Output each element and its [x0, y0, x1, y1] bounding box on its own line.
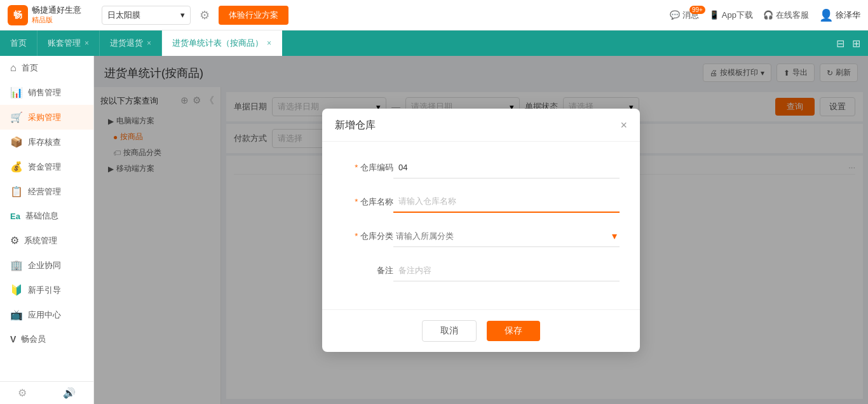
top-right-area: 💬 消息 99+ 📱 App下载 🎧 在线客服 👤 徐泽华	[670, 8, 860, 22]
tab-expand-icon[interactable]: ⊞	[850, 36, 863, 51]
sidebar-basic-info-label: 基础信息	[25, 210, 58, 222]
tab-purchase-stats-label: 进货单统计表（按商品）	[172, 37, 263, 49]
sidebar-apps-label: 应用中心	[28, 309, 61, 321]
tab-account-close-icon[interactable]: ×	[85, 39, 89, 48]
sidebar-settings-icon[interactable]: ⚙	[18, 387, 27, 399]
sidebar-item-system[interactable]: ⚙ 系统管理	[0, 228, 93, 253]
sidebar-item-enterprise[interactable]: 🏢 企业协同	[0, 253, 93, 278]
cancel-button[interactable]: 取消	[422, 320, 477, 342]
warehouse-name-label: 仓库名称	[342, 196, 393, 208]
sidebar-finance-label: 资金管理	[28, 161, 61, 173]
inventory-icon: 📦	[10, 136, 23, 148]
online-service[interactable]: 🎧 在线客服	[763, 10, 809, 21]
sidebar-item-inventory[interactable]: 📦 库存核查	[0, 130, 93, 154]
warehouse-name-input[interactable]	[393, 191, 620, 213]
warehouse-category-input[interactable]	[396, 231, 612, 241]
tab-purchase-return-label: 进货退货	[110, 37, 143, 49]
app-label: App下载	[722, 10, 753, 21]
warehouse-code-input[interactable]	[393, 157, 620, 178]
sidebar-guide-label: 新手引导	[28, 285, 61, 296]
sidebar-audio-icon[interactable]: 🔊	[63, 387, 76, 399]
tab-purchase-return-close-icon[interactable]: ×	[147, 39, 151, 48]
modal-body: 仓库编码 仓库名称 仓库分类 ▾	[322, 142, 640, 309]
sidebar-vip-label: 畅会员	[21, 333, 46, 345]
logo-icon: 畅	[8, 5, 28, 25]
app-icon: 📱	[709, 10, 719, 20]
sales-icon: 📊	[10, 86, 23, 98]
main-layout: ⌂ 首页 📊 销售管理 🛒 采购管理 📦 库存核查 💰 资金管理 📋 经营管理 …	[0, 56, 868, 404]
tab-bar: 首页 账套管理 × 进货退货 × 进货单统计表（按商品） × ⊟ ⊞	[0, 30, 868, 56]
avatar-icon: 👤	[819, 8, 833, 22]
modal-footer: 取消 保存	[322, 309, 640, 352]
remark-input[interactable]	[393, 260, 620, 281]
modal-close-button[interactable]: ×	[620, 119, 627, 132]
home-icon: ⌂	[10, 62, 17, 74]
brand-name: 畅捷通好生意	[32, 5, 81, 16]
sidebar-item-sales[interactable]: 📊 销售管理	[0, 80, 93, 105]
try-industry-button[interactable]: 体验行业方案	[219, 6, 288, 25]
tab-home-label: 首页	[10, 37, 27, 49]
system-icon: ⚙	[10, 234, 19, 246]
user-area[interactable]: 👤 徐泽华	[819, 8, 860, 22]
dropdown-arrow-icon: ▾	[180, 10, 185, 20]
message-notif[interactable]: 💬 消息 99+	[670, 10, 699, 21]
warehouse-category-select[interactable]: ▾	[393, 226, 620, 247]
basic-info-icon: Ea	[10, 212, 20, 221]
sidebar-item-purchase[interactable]: 🛒 采购管理	[0, 105, 93, 130]
sidebar-system-label: 系统管理	[24, 235, 57, 246]
tab-account[interactable]: 账套管理 ×	[37, 30, 100, 56]
headset-icon: 🎧	[763, 10, 773, 20]
sidebar-purchase-label: 采购管理	[28, 112, 61, 123]
sidebar-item-apps[interactable]: 📺 应用中心	[0, 302, 93, 327]
sidebar-item-finance[interactable]: 💰 资金管理	[0, 154, 93, 179]
top-bar: 畅 畅捷通好生意 精品版 日太阳膜 ▾ ⚙ 体验行业方案 💬 消息 99+ 📱 …	[0, 0, 868, 30]
sidebar-home-label: 首页	[22, 62, 38, 74]
enterprise-icon: 🏢	[10, 259, 23, 271]
app-download[interactable]: 📱 App下载	[709, 10, 753, 21]
warehouse-category-label: 仓库分类	[342, 231, 393, 242]
sidebar-enterprise-label: 企业协同	[28, 260, 61, 271]
remark-label: 备注	[342, 265, 393, 276]
apps-icon: 📺	[10, 309, 23, 321]
tab-account-label: 账套管理	[48, 37, 81, 49]
management-icon: 📋	[10, 185, 23, 198]
form-row-name: 仓库名称	[342, 191, 620, 213]
sidebar-sales-label: 销售管理	[28, 87, 61, 98]
form-row-code: 仓库编码	[342, 157, 620, 178]
add-warehouse-modal: 新增仓库 × 仓库编码 仓库名称 仓库分类	[322, 109, 640, 352]
edition-label: 精品版	[32, 15, 81, 25]
tab-restore-icon[interactable]: ⊟	[834, 36, 847, 51]
message-icon: 💬	[670, 10, 680, 20]
tab-home[interactable]: 首页	[0, 30, 37, 56]
logo-area: 畅 畅捷通好生意 精品版	[8, 5, 102, 25]
modal-header: 新增仓库 ×	[322, 109, 640, 142]
sidebar-item-vip[interactable]: V 畅会员	[0, 327, 93, 351]
tab-purchase-stats-close-icon[interactable]: ×	[267, 39, 271, 48]
form-row-category: 仓库分类 ▾	[342, 226, 620, 247]
sidebar-item-home[interactable]: ⌂ 首页	[0, 56, 93, 80]
sidebar-item-management[interactable]: 📋 经营管理	[0, 179, 93, 204]
tab-purchase-return[interactable]: 进货退货 ×	[100, 30, 162, 56]
tab-actions: ⊟ ⊞	[829, 36, 868, 51]
finance-icon: 💰	[10, 161, 23, 173]
service-label: 在线客服	[776, 10, 809, 21]
form-row-remark: 备注	[342, 260, 620, 281]
sidebar-item-basic-info[interactable]: Ea 基础信息	[0, 204, 93, 228]
modal-overlay[interactable]: 新增仓库 × 仓库编码 仓库名称 仓库分类	[94, 56, 868, 404]
sidebar-inventory-label: 库存核查	[28, 137, 61, 148]
tab-purchase-stats[interactable]: 进货单统计表（按商品） ×	[162, 30, 282, 56]
sidebar-management-label: 经营管理	[28, 186, 61, 198]
gear-icon[interactable]: ⚙	[200, 8, 210, 22]
sidebar-item-guide[interactable]: 🔰 新手引导	[0, 278, 93, 302]
user-name: 徐泽华	[836, 10, 860, 21]
notif-badge: 99+	[689, 6, 705, 14]
search-select[interactable]: 日太阳膜 ▾	[102, 6, 191, 25]
modal-title: 新增仓库	[335, 119, 376, 132]
save-button[interactable]: 保存	[487, 321, 540, 341]
vip-icon: V	[10, 334, 16, 344]
sidebar: ⌂ 首页 📊 销售管理 🛒 采购管理 📦 库存核查 💰 资金管理 📋 经营管理 …	[0, 56, 94, 404]
guide-icon: 🔰	[10, 284, 23, 296]
purchase-icon: 🛒	[10, 111, 23, 123]
content-area: 进货单统计(按商品) 🖨 按模板打印 ▾ ⬆ 导出 ↻ 刷新	[94, 56, 868, 404]
sidebar-bottom: ⚙ 🔊	[0, 381, 93, 404]
